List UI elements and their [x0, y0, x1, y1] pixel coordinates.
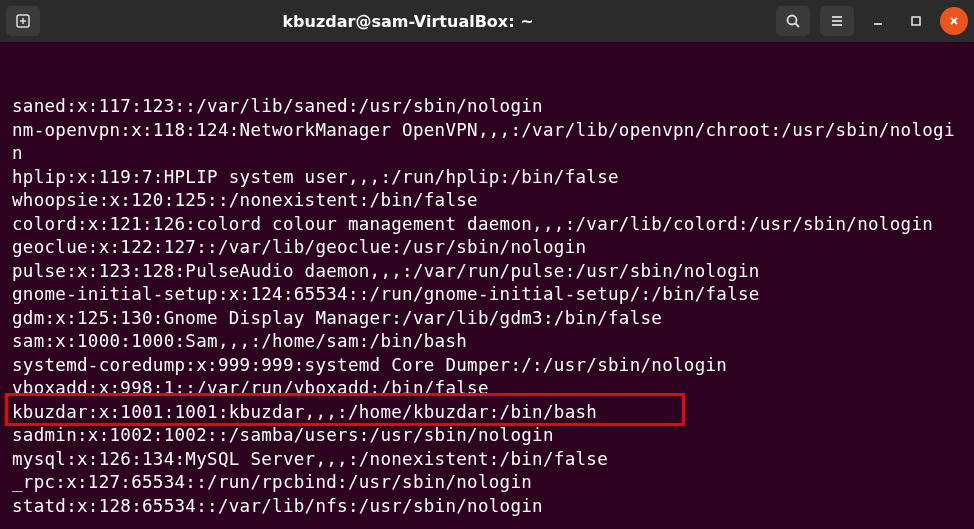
- terminal-line: _rpc:x:127:65534::/run/rpcbind:/usr/sbin…: [12, 471, 964, 495]
- terminal-line: gdm:x:125:130:Gnome Display Manager:/var…: [12, 307, 964, 331]
- terminal-line: geoclue:x:122:127::/var/lib/geoclue:/usr…: [12, 236, 964, 260]
- search-icon: [785, 13, 801, 29]
- terminal-line: sadmin:x:1002:1002::/samba/users:/usr/sb…: [12, 424, 964, 448]
- svg-point-3: [788, 16, 797, 25]
- titlebar-right-controls: [776, 6, 968, 36]
- terminal-line: vboxadd:x:998:1::/var/run/vboxadd:/bin/f…: [12, 377, 964, 401]
- hamburger-icon: [829, 13, 845, 29]
- search-button[interactable]: [776, 6, 810, 36]
- minimize-icon: [871, 14, 885, 28]
- maximize-icon: [909, 14, 923, 28]
- terminal-line: gnome-initial-setup:x:124:65534::/run/gn…: [12, 283, 964, 307]
- terminal-output: saned:x:117:123::/var/lib/saned:/usr/sbi…: [12, 95, 964, 518]
- terminal-line: sam:x:1000:1000:Sam,,,:/home/sam:/bin/ba…: [12, 330, 964, 354]
- close-icon: [947, 14, 961, 28]
- terminal-line: saned:x:117:123::/var/lib/saned:/usr/sbi…: [12, 95, 964, 119]
- titlebar-left-controls: [6, 6, 40, 36]
- terminal-line: hplip:x:119:7:HPLIP system user,,,:/run/…: [12, 166, 964, 190]
- window-close-button[interactable]: [940, 7, 968, 35]
- terminal-body[interactable]: saned:x:117:123::/var/lib/saned:/usr/sbi…: [0, 42, 974, 529]
- terminal-line: whoopsie:x:120:125::/nonexistent:/bin/fa…: [12, 189, 964, 213]
- terminal-line: systemd-coredump:x:999:999:systemd Core …: [12, 354, 964, 378]
- terminal-line: colord:x:121:126:colord colour managemen…: [12, 213, 964, 237]
- terminal-line: kbuzdar:x:1001:1001:kbuzdar,,,:/home/kbu…: [12, 401, 964, 425]
- svg-line-4: [796, 24, 800, 28]
- terminal-line: nm-openvpn:x:118:124:NetworkManager Open…: [12, 119, 964, 166]
- terminal-line: pulse:x:123:128:PulseAudio daemon,,,:/va…: [12, 260, 964, 284]
- new-tab-button[interactable]: [6, 6, 40, 36]
- new-tab-icon: [15, 13, 31, 29]
- terminal-line: mysql:x:126:134:MySQL Server,,,:/nonexis…: [12, 448, 964, 472]
- window-minimize-button[interactable]: [864, 7, 892, 35]
- window-maximize-button[interactable]: [902, 7, 930, 35]
- window-titlebar: kbuzdar@sam-VirtualBox: ~: [0, 0, 974, 42]
- svg-rect-9: [912, 17, 920, 25]
- terminal-line: statd:x:128:65534::/var/lib/nfs:/usr/sbi…: [12, 495, 964, 519]
- menu-button[interactable]: [820, 6, 854, 36]
- window-title: kbuzdar@sam-VirtualBox: ~: [46, 12, 770, 31]
